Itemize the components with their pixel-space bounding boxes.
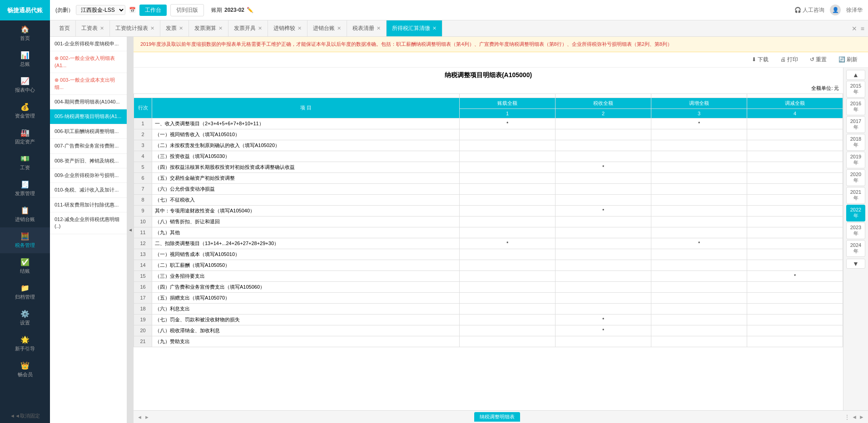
cell-c4[interactable] [747, 238, 843, 249]
cell-c2[interactable] [556, 281, 651, 292]
switch-old-button[interactable]: 切到旧版 [170, 4, 204, 16]
cell-c4[interactable] [747, 260, 843, 271]
cell-c3[interactable] [651, 162, 747, 172]
toggle-panel-button[interactable]: ◄ [127, 37, 134, 423]
left-item-0[interactable]: 001-企业所得税年度纳税申... [50, 37, 127, 51]
left-item-6[interactable]: 007-广告费和业务宣传费附... [50, 139, 127, 153]
year-button[interactable]: 2020年 [846, 169, 865, 186]
cell-c4[interactable]: * [747, 271, 843, 281]
cell-c4[interactable] [747, 216, 843, 227]
cell-c3[interactable]: * [651, 238, 747, 249]
cell-c2[interactable] [556, 249, 651, 260]
cell-c2[interactable]: * [556, 162, 651, 172]
close-tab-payroll[interactable]: ✕ [100, 25, 104, 31]
cell-c2[interactable] [556, 336, 651, 347]
close-tab-tax-clearance[interactable]: ✕ [377, 25, 381, 31]
cell-c4[interactable] [747, 227, 843, 238]
cell-c4[interactable] [747, 151, 843, 162]
year-button[interactable]: 2021年 [846, 187, 865, 204]
sidebar-item-purchase[interactable]: 📋 进销台账 [0, 202, 50, 227]
left-item-4[interactable]: 005-纳税调整项目明细表(A1... [50, 109, 127, 124]
cell-c3[interactable] [651, 216, 747, 227]
sidebar-item-settings[interactable]: ⚙️ 设置 [0, 305, 50, 331]
left-item-7[interactable]: 008-资产折旧、摊销及纳税... [50, 154, 127, 168]
cell-c3[interactable] [651, 281, 747, 292]
cell-c3[interactable] [651, 172, 747, 183]
cell-c4[interactable] [747, 325, 843, 336]
cell-c3[interactable] [651, 260, 747, 271]
cell-c4[interactable] [747, 336, 843, 347]
cell-c4[interactable] [747, 205, 843, 216]
cell-c4[interactable] [747, 172, 843, 183]
tab-income-tax[interactable]: 所得税汇算清缴 ✕ [387, 20, 442, 37]
consult-button[interactable]: 🎧 人工咨询 [794, 6, 824, 14]
cell-c2[interactable]: * [556, 314, 651, 325]
cell-c1[interactable] [460, 292, 556, 303]
cell-c2[interactable] [556, 140, 651, 151]
print-button[interactable]: 🖨 打印 [777, 54, 802, 65]
cell-c3[interactable] [651, 249, 747, 260]
cell-c1[interactable] [460, 194, 556, 205]
cell-c1[interactable] [460, 281, 556, 292]
cell-c2[interactable] [556, 118, 651, 129]
tab-home[interactable]: 首页 [54, 20, 76, 37]
download-button[interactable]: ⬇ 下载 [748, 54, 772, 65]
close-tab-invoice-open[interactable]: ✕ [258, 25, 262, 31]
tab-tax-clearance[interactable]: 税表清册 ✕ [347, 20, 387, 37]
close-all-tabs[interactable]: ✕ [852, 25, 857, 32]
cell-c1[interactable] [460, 271, 556, 281]
tab-payroll-stats[interactable]: 工资统计报表 ✕ [110, 20, 160, 37]
sidebar-item-member[interactable]: 👑 畅会员 [0, 357, 50, 383]
cell-c2[interactable] [556, 194, 651, 205]
cell-c2[interactable]: * [556, 325, 651, 336]
cell-c4[interactable] [747, 281, 843, 292]
cell-c3[interactable] [651, 314, 747, 325]
tab-purchase-ledger[interactable]: 进销台账 ✕ [308, 20, 347, 37]
year-button[interactable]: 2023年 [846, 222, 865, 239]
left-item-11[interactable]: 012-减免企业所得税优惠明细(..) [50, 212, 127, 234]
cell-c4[interactable] [747, 140, 843, 151]
cell-c2[interactable] [556, 151, 651, 162]
cell-c3[interactable] [651, 140, 747, 151]
cell-c4[interactable] [747, 249, 843, 260]
cell-c3[interactable] [651, 129, 747, 140]
cell-c4[interactable] [747, 194, 843, 205]
cell-c2[interactable] [556, 260, 651, 271]
left-item-5[interactable]: 006-职工薪酬纳税调整明细... [50, 124, 127, 139]
edit-period-icon[interactable]: ✏️ [247, 7, 253, 13]
cell-c1[interactable] [460, 140, 556, 151]
cell-c1[interactable] [460, 216, 556, 227]
reset-button[interactable]: ↺ 重置 [806, 54, 830, 65]
cell-c4[interactable] [747, 183, 843, 194]
cell-c1[interactable] [460, 249, 556, 260]
sidebar-item-payroll[interactable]: 💵 工资 [0, 150, 50, 176]
sidebar-item-guide[interactable]: 🌟 新手引导 [0, 331, 50, 357]
cell-c2[interactable] [556, 129, 651, 140]
cell-c1[interactable] [460, 314, 556, 325]
cell-c2[interactable] [556, 303, 651, 314]
tab-payroll[interactable]: 工资表 ✕ [76, 20, 110, 37]
close-tab-purchase-ledger[interactable]: ✕ [337, 25, 341, 31]
sidebar-item-close[interactable]: ✅ 结账 [0, 253, 50, 279]
year-button[interactable]: 2022年 [846, 205, 865, 221]
cell-c3[interactable] [651, 292, 747, 303]
year-button[interactable]: 2017年 [846, 116, 865, 133]
cell-c2[interactable] [556, 238, 651, 249]
left-item-9[interactable]: 010-免税、减计收入及加计... [50, 183, 127, 197]
company-select[interactable]: 江西股金-LSS [76, 5, 125, 15]
cell-c1[interactable] [460, 227, 556, 238]
cell-c1[interactable] [460, 172, 556, 183]
cell-c3[interactable] [651, 303, 747, 314]
more-tabs[interactable]: ≡ [861, 25, 864, 32]
left-item-3[interactable]: 004-期间费用明细表(A1040... [50, 95, 127, 109]
year-button[interactable]: 2015年 [846, 81, 865, 98]
sidebar-item-reports[interactable]: 📈 报表中心 [0, 72, 50, 98]
cell-c1[interactable] [460, 205, 556, 216]
workbench-button[interactable]: 工作台 [139, 5, 167, 16]
scroll-left-icon[interactable]: ◄ [137, 414, 142, 420]
cell-c4[interactable] [747, 303, 843, 314]
cell-c4[interactable] [747, 314, 843, 325]
cell-c3[interactable] [651, 205, 747, 216]
cell-c2[interactable] [556, 172, 651, 183]
cell-c1[interactable] [460, 129, 556, 140]
